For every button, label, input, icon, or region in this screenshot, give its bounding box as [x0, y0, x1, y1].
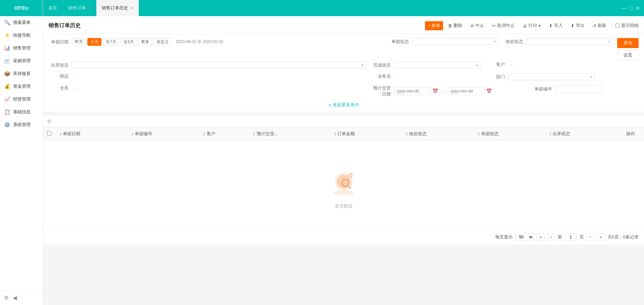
table-settings-icon[interactable]: ⚙: [47, 118, 51, 124]
table-toolbar: ⚙: [43, 116, 644, 127]
date-range-inputs: 📅 — 📅: [394, 87, 492, 95]
receipt-status-select[interactable]: ▾: [526, 38, 613, 45]
warehouse-wrap: 仓库 ···: [48, 85, 367, 94]
print-button[interactable]: 🖨 打印 ▾: [519, 21, 544, 30]
tab-home[interactable]: 首页: [43, 0, 63, 16]
col-bill-number-label: ↕ 单据编号: [131, 131, 152, 136]
page-size-label: 每页显示: [495, 234, 513, 240]
table-header-row: ↕ 单据日期 ↕ 单据编号 ↕ 客户 ↕ 预计交货... ↕ 订单金额: [43, 127, 644, 141]
date-separator: —: [439, 89, 446, 94]
col-order-amount-label: ↕ 订单金额: [334, 131, 355, 136]
date-buttons: 昨天 今天 近7天 近1月 更多 自定义: [72, 38, 172, 46]
sidebar-item-search-menu[interactable]: 🔍 搜索菜单: [0, 16, 43, 29]
date-btn-today[interactable]: 今天: [87, 38, 101, 46]
col-receipt-status[interactable]: ↕ 收款状态: [402, 127, 474, 141]
tab-sales-order-close[interactable]: ✕: [88, 6, 91, 10]
sidebar-logo: OfTEn: [0, 0, 43, 16]
date-btn-custom[interactable]: 自定义: [154, 38, 172, 46]
customer-label: 客户: [485, 62, 508, 68]
sidebar-bottom: ⚙ ◀: [0, 290, 43, 305]
col-expected-delivery[interactable]: ↕ 预计交货...: [249, 127, 330, 141]
salesperson-ellipsis[interactable]: ···: [394, 74, 400, 79]
col-order-amount[interactable]: ↕ 订单金额: [330, 127, 402, 141]
filter-row-date: 单据日期 昨天 今天 近7天 近1月 更多 自定义 2023-06-02 至 2…: [48, 38, 385, 46]
pagination-footer: 每页显示 10 20 50 100 « ‹ 第 页 › » 共0页，0条记录: [43, 229, 644, 244]
date-btn-7days[interactable]: 近7天: [103, 38, 119, 46]
sidebar-item-inventory[interactable]: 📦 库存核算: [0, 67, 43, 80]
sidebar-item-quick-nav[interactable]: ⚡ 快捷导航: [0, 29, 43, 42]
cancel-stop-button[interactable]: ↩ 取消中止: [489, 21, 518, 30]
col-customer[interactable]: ↕ 客户: [199, 127, 249, 141]
department-wrap: 部门 ▾: [481, 73, 595, 84]
new-button[interactable]: + 新增: [425, 21, 443, 30]
date-btn-more[interactable]: 更多: [138, 38, 152, 46]
first-page-button[interactable]: «: [536, 233, 545, 241]
stop-icon: ⊘: [470, 23, 474, 28]
sidebar-item-operations[interactable]: 📈 经营管理: [0, 93, 43, 106]
window-minimize-icon[interactable]: —: [621, 5, 627, 11]
goods-ellipsis[interactable]: ···: [72, 74, 78, 79]
sidebar-settings-icon[interactable]: ⚙: [4, 295, 9, 301]
outbound-status-select[interactable]: ▾: [72, 62, 367, 69]
sidebar-item-system[interactable]: ⚙️ 系统管理: [0, 118, 43, 131]
tab-sales-order[interactable]: 销售订单 ✕: [63, 0, 96, 16]
window-close-icon[interactable]: ✕: [636, 5, 640, 11]
tab-sales-order-history[interactable]: 销售订单历史 ✕: [96, 0, 139, 16]
settings-button[interactable]: 设置: [617, 50, 639, 60]
col-customer-label: ↕ 客户: [203, 131, 215, 136]
outbound-status-wrap: 出库状态 ▾: [48, 62, 367, 72]
bill-status-select[interactable]: ▾: [412, 38, 499, 45]
date-range-display: 2023-06-02 至 2023-06-02: [176, 39, 223, 45]
stop-button[interactable]: ⊘ 中止: [467, 21, 487, 30]
import-button[interactable]: ⬇ 导入: [546, 21, 566, 30]
export-button[interactable]: ⬆ 导出: [567, 21, 588, 30]
expected-date-from-input[interactable]: [394, 87, 431, 95]
complete-status-select[interactable]: ▾: [394, 62, 481, 69]
warehouse-ellipsis[interactable]: ···: [72, 86, 78, 91]
date-btn-1month[interactable]: 近1月: [121, 38, 137, 46]
bill-number-input[interactable]: [555, 85, 602, 93]
print-icon: 🖨: [523, 23, 527, 28]
next-page-button[interactable]: ›: [587, 233, 594, 241]
main-area: 首页 销售订单 ✕ 销售订单历史 ✕ — □ ✕ 销售订单历史 + 新增 🗑 删…: [43, 0, 644, 305]
salesperson-wrap: 业务员 ···: [367, 73, 481, 83]
complete-status-wrap: 完成状态 ▾: [367, 62, 481, 72]
date-btn-yesterday[interactable]: 昨天: [72, 38, 86, 46]
col-bill-date[interactable]: ↕ 单据日期: [55, 127, 127, 141]
page-number-input[interactable]: [565, 233, 577, 241]
sidebar-item-purchase[interactable]: 🛒 采购管理: [0, 54, 43, 67]
salesperson-label: 业务员: [371, 73, 394, 79]
sidebar-item-basic-info[interactable]: 📋 基础信息: [0, 106, 43, 118]
display-detail-checkbox[interactable]: [615, 24, 620, 28]
page-size-select[interactable]: 10 20 50 100: [515, 233, 534, 241]
complete-status-label: 完成状态: [371, 62, 394, 68]
query-button[interactable]: 查询: [617, 38, 639, 48]
col-outbound-status[interactable]: ↕ 出库状态: [545, 127, 617, 141]
col-bill-number[interactable]: ↕ 单据编号: [127, 127, 199, 141]
select-all-checkbox[interactable]: [47, 131, 51, 136]
col-bill-status[interactable]: ↕ 单据状态: [474, 127, 546, 141]
bill-status-chevron-icon: ▾: [494, 40, 496, 43]
prev-page-button[interactable]: ‹: [548, 233, 555, 241]
page-title: 销售订单历史: [48, 22, 81, 29]
window-maximize-icon[interactable]: □: [630, 5, 633, 11]
refresh-button[interactable]: ↺ 刷新: [589, 21, 610, 30]
delete-button[interactable]: 🗑 删除: [444, 21, 466, 30]
receipt-status-label: 收款状态: [503, 39, 526, 45]
display-detail-checkbox-label[interactable]: 显示明细: [615, 23, 639, 29]
sidebar-item-capital[interactable]: 💰 资金管理: [0, 80, 43, 93]
calendar-to-icon[interactable]: 📅: [486, 88, 492, 94]
expected-date-to-input[interactable]: [448, 87, 485, 95]
sidebar-collapse-icon[interactable]: ◀: [13, 295, 17, 301]
purchase-icon: 🛒: [4, 58, 10, 64]
tab-sales-order-history-close[interactable]: ✕: [130, 6, 133, 10]
warehouse-label: 仓库: [48, 85, 72, 91]
date-filter-label: 单据日期: [48, 39, 72, 45]
bill-number-label: 单据编号: [532, 86, 555, 92]
sidebar-item-sales[interactable]: 📊 销售管理: [0, 42, 43, 54]
collapse-button[interactable]: ∧ 收起更多条件: [48, 101, 639, 108]
department-select[interactable]: ▾: [508, 73, 595, 80]
last-page-button[interactable]: »: [597, 233, 605, 241]
calendar-from-icon[interactable]: 📅: [432, 88, 438, 94]
customer-ellipsis[interactable]: ···: [508, 62, 515, 67]
